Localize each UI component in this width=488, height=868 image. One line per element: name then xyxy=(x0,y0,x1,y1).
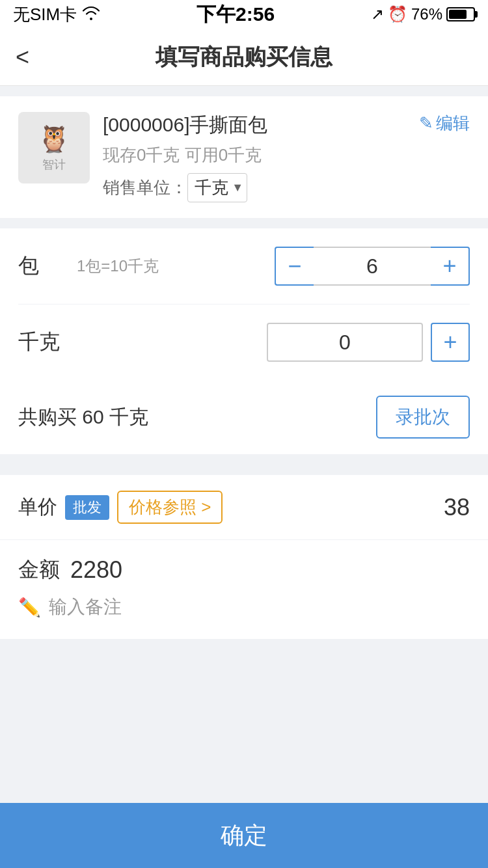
qty-label-kg: 千克 xyxy=(18,328,70,357)
divider-1 xyxy=(0,218,488,228)
empty-space xyxy=(0,639,488,808)
price-section: 单价 批发 价格参照 > 38 xyxy=(0,475,488,539)
edit-label: 编辑 xyxy=(436,112,470,135)
unit-label: 销售单位： xyxy=(103,176,187,199)
battery-percent: 76% xyxy=(411,5,442,23)
quantity-section: 包 1包=10千克 − + 千克 + xyxy=(0,228,488,380)
unit-selector[interactable]: 千克 ▼ xyxy=(187,173,247,202)
carrier-text: 无SIM卡 xyxy=(13,3,77,26)
price-tag: 批发 xyxy=(65,495,109,520)
product-unit-row: 销售单位： 千克 ▼ xyxy=(103,173,470,202)
product-top-row: [0000006]手撕面包 ✎ 编辑 xyxy=(103,112,470,139)
price-left: 单价 批发 价格参照 > xyxy=(18,491,223,524)
status-right: ↗ ⏰ 76% xyxy=(371,5,475,23)
price-label: 单价 xyxy=(18,494,57,521)
amount-row: 金额 2280 xyxy=(18,556,470,584)
qty-decrement-bao[interactable]: − xyxy=(275,247,314,286)
status-left: 无SIM卡 xyxy=(13,3,100,26)
quantity-row-kg: 千克 + xyxy=(18,305,470,380)
edit-button[interactable]: ✎ 编辑 xyxy=(419,112,470,135)
qty-controls-bao: − + xyxy=(275,247,470,286)
summary-section: 共购买 60 千克 录批次 xyxy=(0,380,488,454)
qty-input-bao[interactable] xyxy=(314,247,431,286)
status-bar: 无SIM卡 下午2:56 ↗ ⏰ 76% xyxy=(0,0,488,29)
unit-value[interactable]: 千克 xyxy=(187,173,247,202)
amount-label: 金额 xyxy=(18,556,60,584)
alarm-icon: ⏰ xyxy=(388,5,407,23)
price-ref-button[interactable]: 价格参照 > xyxy=(117,491,223,524)
price-row: 单价 批发 价格参照 > 38 xyxy=(18,491,470,524)
wifi-icon xyxy=(82,5,100,25)
product-logo-icon: 🦉 xyxy=(38,124,70,154)
qty-controls-kg: + xyxy=(267,323,470,362)
edit-icon: ✎ xyxy=(419,113,433,133)
remark-row[interactable]: ✏️ 输入备注 xyxy=(18,595,470,619)
amount-section: 金额 2280 ✏️ 输入备注 xyxy=(0,539,488,639)
summary-text: 共购买 60 千克 xyxy=(18,404,148,431)
battery-icon xyxy=(446,7,475,21)
status-time: 下午2:56 xyxy=(197,1,275,28)
product-name: [0000006]手撕面包 xyxy=(103,112,419,139)
price-value: 38 xyxy=(444,494,470,521)
nav-bar: < 填写商品购买信息 xyxy=(0,29,488,86)
remark-placeholder[interactable]: 输入备注 xyxy=(49,595,122,619)
quantity-row-bao: 包 1包=10千克 − + xyxy=(18,228,470,305)
product-logo-text: 智计 xyxy=(42,157,66,172)
product-info: [0000006]手撕面包 ✎ 编辑 现存0千克 可用0千克 销售单位： 千克 … xyxy=(103,112,470,202)
qty-increment-bao[interactable]: + xyxy=(431,247,470,286)
confirm-button[interactable]: 确定 xyxy=(0,803,488,868)
qty-label-bao: 包 xyxy=(18,252,70,280)
product-card: 🦉 智计 [0000006]手撕面包 ✎ 编辑 现存0千克 可用0千克 销售单位… xyxy=(0,96,488,218)
qty-increment-kg[interactable]: + xyxy=(431,323,470,362)
page-title: 填写商品购买信息 xyxy=(156,42,332,72)
divider-2 xyxy=(0,454,488,465)
product-thumbnail: 🦉 智计 xyxy=(18,112,90,183)
back-button[interactable]: < xyxy=(16,44,29,71)
qty-hint-bao: 1包=10千克 xyxy=(77,256,275,277)
product-stock: 现存0千克 可用0千克 xyxy=(103,144,470,167)
amount-value: 2280 xyxy=(70,556,122,584)
remark-icon: ✏️ xyxy=(18,597,41,618)
batch-button[interactable]: 录批次 xyxy=(376,396,470,439)
location-icon: ↗ xyxy=(371,5,384,23)
qty-input-kg[interactable] xyxy=(267,323,423,362)
